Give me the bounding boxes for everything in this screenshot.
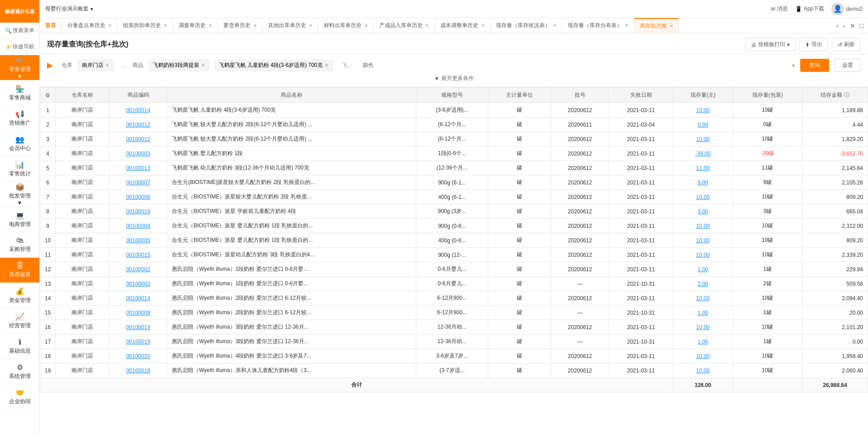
table-row[interactable]: 19 南岸门店 00100018 惠氏启陪（Wyeth illuma）亲和人体儿… xyxy=(40,363,868,378)
row-name[interactable]: 惠氏启陪（Wyeth illuma）2段奶粉 爱尔兰进口 6-12月较... xyxy=(167,291,416,306)
row-code[interactable]: 00100016 xyxy=(109,204,167,219)
tab-scroll-left[interactable]: ‹ xyxy=(835,21,840,30)
table-row[interactable]: 9 南岸门店 00100004 合生元（BIOSTIME）派星 婴儿配方奶粉 1… xyxy=(40,219,868,233)
row-qty-main[interactable]: 10.00 xyxy=(673,291,733,306)
table-row[interactable]: 3 南岸门店 00100012 飞鹤星飞帆 较大婴儿配方奶粉 2段(6-12个月… xyxy=(40,132,868,146)
setting-btn[interactable]: 设置 xyxy=(835,59,861,72)
row-name[interactable]: 惠氏启陪（Wyeth illuma）3段奶粉 爱尔兰进口 12-36月... xyxy=(167,320,416,335)
export-btn[interactable]: ⬆ 导出 xyxy=(799,38,828,51)
row-qty-main[interactable]: 10.00 xyxy=(673,320,733,335)
color-filter-dropdown[interactable]: ▾ xyxy=(792,62,795,69)
filter-collapse-btn[interactable]: ▶ xyxy=(47,61,52,70)
table-row[interactable]: 1 南岸门店 00100014 飞鹤星飞帆 儿童奶粉 4段(3-6岁适用) 70… xyxy=(40,103,868,118)
warehouse-filter-tag[interactable]: 南岸门店 ✕ xyxy=(78,60,113,71)
row-code[interactable]: 00100019 xyxy=(109,335,167,349)
table-row[interactable]: 4 南岸门店 00100003 飞鹤星飞帆 婴儿配方奶粉 1段 1段(0-6个.… xyxy=(40,146,868,161)
row-code[interactable]: 00100012 xyxy=(109,132,167,146)
goods-filter-remove-1[interactable]: ✕ xyxy=(201,62,205,68)
sidebar-item-system[interactable]: ⚙ 系统管理 xyxy=(0,359,39,384)
sidebar-item-ecommerce[interactable]: 💻 电商管理 xyxy=(0,207,39,232)
sidebar-item-retail-mall[interactable]: 🏪 零售商城 xyxy=(0,80,39,106)
row-name[interactable]: 惠氏启陪（Wyeth illuma）1段奶粉 爱尔兰进口 0-6月婴... xyxy=(167,277,416,291)
table-row[interactable]: 18 南岸门店 00100020 惠氏启陪（Wyeth illuma）4段奶粉 … xyxy=(40,349,868,363)
table-row[interactable]: 17 南岸门店 00100019 惠氏启陪（Wyeth illuma）3段奶粉 … xyxy=(40,335,868,349)
table-row[interactable]: 15 南岸门店 00100009 惠氏启陪（Wyeth illuma）2段奶粉 … xyxy=(40,306,868,320)
table-row[interactable]: 10 南岸门店 00100005 合生元（BIOSTIME）派星 婴儿配方奶粉 … xyxy=(40,233,868,248)
table-row[interactable]: 7 南岸门店 00100008 合生元（BIOSTIME）派星较大婴儿配方奶粉 … xyxy=(40,190,868,204)
sidebar-item-retail-stats[interactable]: 📊 零售统计 xyxy=(0,156,39,182)
row-qty-main[interactable]: 10.00 xyxy=(673,103,733,118)
warehouse-filter-more[interactable]: ... xyxy=(123,62,127,69)
row-name[interactable]: 惠氏启陪（Wyeth illuma）3段奶粉 爱尔兰进口 12-36月... xyxy=(167,335,416,349)
sidebar-item-retail-manage[interactable]: 🛒 零售管理 ▼ xyxy=(0,55,39,80)
print-btn[interactable]: 🖨 按模板打印 ▾ xyxy=(745,38,796,51)
row-code[interactable]: 00100009 xyxy=(109,306,167,320)
row-code[interactable]: 00100019 xyxy=(109,320,167,335)
tab-assembly[interactable]: 组装拆卸单历史 ✕ xyxy=(118,18,173,33)
row-name[interactable]: 惠氏启陪（Wyeth illuma）2段奶粉 爱尔兰进口 6-12月较... xyxy=(167,306,416,320)
tab-close-11[interactable]: ✕ xyxy=(670,24,673,28)
tab-material-out[interactable]: 材料出库单历史 ✕ xyxy=(318,18,374,33)
tab-close-all[interactable]: ✕ xyxy=(848,21,857,30)
sidebar-item-enterprise-collab[interactable]: 🤝 企业协同 xyxy=(0,384,39,410)
app-download-btn[interactable]: 📱 App下载 xyxy=(795,5,824,13)
table-row[interactable]: 12 南岸门店 00100002 惠氏启陪（Wyeth illuma）1段奶粉 … xyxy=(40,262,868,277)
refresh-btn[interactable]: ↺ 刷新 xyxy=(832,38,861,51)
tab-stock-status[interactable]: 现存量（库存状况表） ✕ xyxy=(491,18,562,33)
tab-maximize[interactable]: □ xyxy=(858,21,865,30)
tab-close-10[interactable]: ✕ xyxy=(625,23,628,28)
row-name[interactable]: 飞鹤星飞帆 幼儿配方奶粉 3段(12-36个月幼儿适用) 700克 xyxy=(167,161,416,175)
row-code[interactable]: 00100005 xyxy=(109,233,167,248)
row-name[interactable]: 飞鹤星飞帆 较大婴儿配方奶粉 2段(6-12个月婴幼儿适用) ... xyxy=(167,118,416,132)
row-name[interactable]: 惠氏启陪（Wyeth illuma）4段奶粉 爱尔兰进口 3-6岁及7... xyxy=(167,349,416,363)
sidebar-item-basic-info[interactable]: ℹ 基础信息 xyxy=(0,334,39,359)
row-qty-main[interactable]: 11.00 xyxy=(673,161,733,175)
message-btn[interactable]: ✉ 消息 xyxy=(771,5,788,13)
table-row[interactable]: 13 南岸门店 00100002 惠氏启陪（Wyeth illuma）1段奶粉 … xyxy=(40,277,868,291)
sidebar-item-wholesale[interactable]: 📦 批发管理 ▼ xyxy=(0,182,39,207)
row-name[interactable]: 合生元（BIOSTIME）派星较大婴儿配方奶粉 2段 乳铁蛋... xyxy=(167,190,416,204)
col-settings[interactable]: ⚙ xyxy=(40,88,56,103)
sidebar-search[interactable]: 🔍 搜索菜单 xyxy=(0,23,39,39)
goods-filter-tag-2[interactable]: 飞鹤星飞帆 儿童奶粉 4段(3-6岁适用) 700克 ✕ xyxy=(215,60,333,71)
row-code[interactable]: 00100018 xyxy=(109,363,167,378)
row-code[interactable]: 00100008 xyxy=(109,190,167,204)
row-code[interactable]: 00100002 xyxy=(109,277,167,291)
account-switcher[interactable]: 母婴行业演示账套 ▾ xyxy=(45,5,93,13)
sidebar-item-inventory[interactable]: 🗄 库存核算 xyxy=(0,258,39,283)
row-qty-main[interactable]: 9.00 xyxy=(673,175,733,190)
sidebar-quick-nav[interactable]: ⚡ 快捷导航 xyxy=(0,39,39,55)
tab-stock-dist[interactable]: 现存量（库存分布表） ✕ xyxy=(562,18,634,33)
row-qty-main[interactable]: 10.00 xyxy=(673,233,733,248)
row-name[interactable]: 合生元（BIOSTIME）派星 婴儿配方奶粉 1段 乳铁蛋白的... xyxy=(167,219,416,233)
row-name[interactable]: 合生元（BIOSTIME）派星幼儿配方奶粉 3段 乳铁蛋白的4... xyxy=(167,248,416,262)
row-qty-main[interactable]: 10.00 xyxy=(673,132,733,146)
tab-product-in[interactable]: 产成品入库单历史 ✕ xyxy=(374,18,435,33)
sidebar-item-member[interactable]: 👥 会员中心 xyxy=(0,131,39,156)
tab-close-3[interactable]: ✕ xyxy=(208,23,212,28)
tab-close-9[interactable]: ✕ xyxy=(553,23,557,28)
row-qty-main[interactable]: 10.00 xyxy=(673,363,733,378)
row-code[interactable]: 00100015 xyxy=(109,248,167,262)
expand-more-btn[interactable]: ▼ 展开更多条件 xyxy=(434,75,474,82)
tab-home[interactable]: 首页 xyxy=(40,18,62,33)
row-name[interactable]: 合生元(BIOSTIME)派星较大婴儿配方奶粉 2段 乳铁蛋白的... xyxy=(167,175,416,190)
tab-other-out[interactable]: 其他出库单历史 ✕ xyxy=(263,18,318,33)
row-qty-main[interactable]: 2.00 xyxy=(673,277,733,291)
tab-close-4[interactable]: ✕ xyxy=(253,23,257,28)
tab-inventory-count[interactable]: 分量盘点单历史 ✕ xyxy=(62,18,118,33)
row-qty-main[interactable]: 10.00 xyxy=(673,190,733,204)
row-qty-main[interactable]: -39.00 xyxy=(673,146,733,161)
table-row[interactable]: 11 南岸门店 00100015 合生元（BIOSTIME）派星幼儿配方奶粉 3… xyxy=(40,248,868,262)
warehouse-filter-remove[interactable]: ✕ xyxy=(105,62,109,68)
table-row[interactable]: 5 南岸门店 00100013 飞鹤星飞帆 幼儿配方奶粉 3段(12-36个月幼… xyxy=(40,161,868,175)
row-qty-main[interactable]: 1.00 xyxy=(673,335,733,349)
row-code[interactable]: 00100002 xyxy=(109,262,167,277)
table-row[interactable]: 14 南岸门店 00100014 惠氏启陪（Wyeth illuma）2段奶粉 … xyxy=(40,291,868,306)
row-code[interactable]: 00100003 xyxy=(109,146,167,161)
sidebar-item-finance[interactable]: 💰 资金管理 xyxy=(0,283,39,308)
row-code[interactable]: 00100014 xyxy=(109,291,167,306)
tab-close-6[interactable]: ✕ xyxy=(364,23,368,28)
tab-requisition[interactable]: 要货单历史 ✕ xyxy=(218,18,263,33)
row-name[interactable]: 合生元（BIOSTIME）派星 学龄前儿童配方奶粉 4段 xyxy=(167,204,416,219)
